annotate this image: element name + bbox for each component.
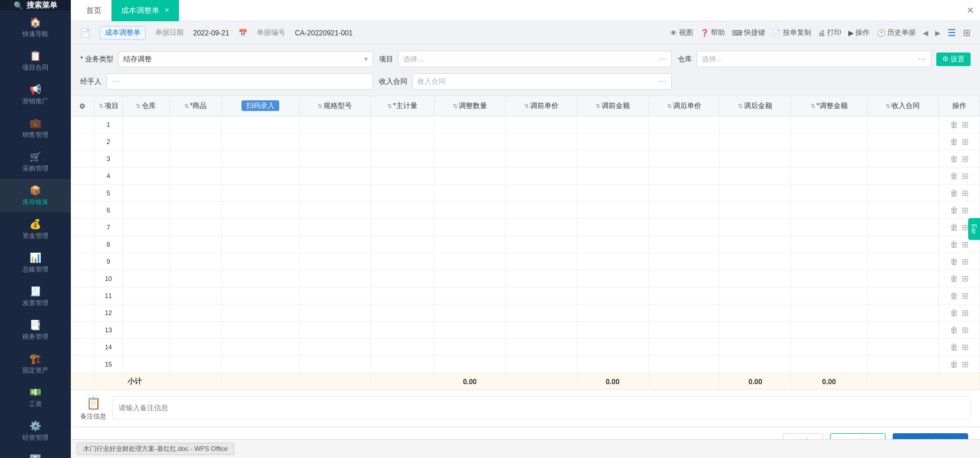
sidebar-item-sales-mgmt[interactable]: 💼 销售管理 [0, 112, 71, 145]
notes-input[interactable] [112, 396, 971, 420]
row-data-cell[interactable] [122, 219, 169, 236]
row-data-cell[interactable] [577, 270, 648, 287]
row-data-cell[interactable] [505, 185, 577, 202]
row-data-cell[interactable] [434, 151, 505, 168]
action-history[interactable]: 🕐 历史单据 [877, 28, 916, 38]
row-data-cell[interactable] [867, 287, 939, 305]
row-data-cell[interactable] [720, 305, 791, 322]
row-data-cell[interactable] [648, 287, 720, 305]
row-data-cell[interactable] [434, 339, 505, 356]
row-data-cell[interactable] [434, 236, 505, 253]
row-data-cell[interactable] [867, 322, 939, 339]
warehouse-input[interactable]: 选择... ··· [697, 51, 932, 67]
row-data-cell[interactable] [577, 339, 648, 356]
delete-icon[interactable]: 🗑 [950, 308, 958, 318]
row-data-cell[interactable] [221, 236, 299, 253]
row-data-cell[interactable] [867, 151, 939, 168]
row-data-cell[interactable] [577, 185, 648, 202]
row-data-cell[interactable] [648, 305, 720, 322]
row-data-cell[interactable] [577, 287, 648, 305]
row-data-cell[interactable] [169, 168, 221, 185]
delete-icon[interactable]: 🗑 [950, 291, 958, 300]
action-view[interactable]: 👁 视图 [670, 28, 693, 38]
delete-icon[interactable]: 🗑 [950, 120, 958, 129]
copy-icon[interactable]: ⊞ [962, 325, 969, 335]
biz-type-input[interactable]: 结存调整 ▾ [118, 51, 373, 67]
row-data-cell[interactable] [505, 356, 577, 373]
row-data-cell[interactable] [505, 305, 577, 322]
row-data-cell[interactable] [648, 356, 720, 373]
row-data-cell[interactable] [299, 236, 370, 253]
row-data-cell[interactable] [299, 287, 370, 305]
sidebar-item-fund-mgmt[interactable]: 💰 资金管理 [0, 212, 71, 246]
row-data-cell[interactable] [169, 116, 221, 133]
row-data-cell[interactable] [122, 202, 169, 219]
tab-cost-adjust[interactable]: 成本调整单 ✕ [112, 0, 179, 21]
row-data-cell[interactable] [867, 253, 939, 270]
row-action-cell[interactable]: 🗑⊞ [939, 116, 980, 133]
row-data-cell[interactable] [791, 168, 867, 185]
row-data-cell[interactable] [434, 305, 505, 322]
action-shortcut[interactable]: ⌨ 快捷键 [732, 28, 765, 38]
copy-icon[interactable]: ⊞ [962, 223, 969, 232]
row-data-cell[interactable] [221, 116, 299, 133]
row-data-cell[interactable] [122, 185, 169, 202]
nav-prev-icon[interactable]: ◀ [923, 29, 928, 37]
row-data-cell[interactable] [370, 185, 434, 202]
row-data-cell[interactable] [867, 236, 939, 253]
project-input[interactable]: 选择... ··· [398, 51, 672, 67]
sidebar-item-ledger-mgmt[interactable]: 📊 总账管理 [0, 246, 71, 280]
row-data-cell[interactable] [505, 116, 577, 133]
row-data-cell[interactable] [122, 270, 169, 287]
row-data-cell[interactable] [221, 151, 299, 168]
income-contract-input[interactable]: 收入合同 ··· [412, 73, 672, 90]
row-data-cell[interactable] [577, 133, 648, 151]
row-data-cell[interactable] [867, 219, 939, 236]
row-data-cell[interactable] [648, 151, 720, 168]
row-data-cell[interactable] [299, 185, 370, 202]
copy-icon[interactable]: ⊞ [962, 137, 969, 146]
delete-icon[interactable]: 🗑 [950, 223, 958, 232]
action-copy-doc[interactable]: 📄 按单复制 [772, 28, 811, 38]
row-action-cell[interactable]: 🗑⊞ [939, 168, 980, 185]
row-data-cell[interactable] [505, 322, 577, 339]
calendar-icon[interactable]: 📅 [239, 29, 247, 37]
row-data-cell[interactable] [648, 322, 720, 339]
row-data-cell[interactable] [720, 339, 791, 356]
sidebar-item-basic-info[interactable]: ℹ️ 基础信息 [0, 448, 71, 458]
row-data-cell[interactable] [867, 305, 939, 322]
row-data-cell[interactable] [720, 236, 791, 253]
row-data-cell[interactable] [299, 305, 370, 322]
copy-icon[interactable]: ⊞ [962, 257, 969, 266]
row-data-cell[interactable] [169, 253, 221, 270]
row-data-cell[interactable] [791, 305, 867, 322]
row-data-cell[interactable] [791, 356, 867, 373]
row-data-cell[interactable] [867, 339, 939, 356]
delete-icon[interactable]: 🗑 [950, 342, 958, 352]
row-data-cell[interactable] [720, 219, 791, 236]
row-data-cell[interactable] [122, 305, 169, 322]
row-data-cell[interactable] [370, 202, 434, 219]
copy-icon[interactable]: ⊞ [962, 154, 969, 163]
copy-icon[interactable]: ⊞ [962, 205, 969, 215]
row-data-cell[interactable] [505, 253, 577, 270]
row-data-cell[interactable] [648, 339, 720, 356]
row-data-cell[interactable] [577, 202, 648, 219]
row-data-cell[interactable] [221, 185, 299, 202]
row-data-cell[interactable] [720, 185, 791, 202]
row-data-cell[interactable] [122, 151, 169, 168]
row-data-cell[interactable] [169, 339, 221, 356]
row-data-cell[interactable] [505, 219, 577, 236]
row-data-cell[interactable] [299, 270, 370, 287]
row-data-cell[interactable] [577, 356, 648, 373]
sidebar-item-project-contract[interactable]: 📋 项目合同 [0, 44, 71, 78]
sidebar-item-purchase-mgmt[interactable]: 🛒 采购管理 [0, 145, 71, 179]
row-data-cell[interactable] [720, 133, 791, 151]
row-data-cell[interactable] [434, 219, 505, 236]
row-data-cell[interactable] [648, 219, 720, 236]
row-data-cell[interactable] [791, 116, 867, 133]
row-data-cell[interactable] [122, 322, 169, 339]
copy-icon[interactable]: ⊞ [962, 240, 969, 249]
row-data-cell[interactable] [648, 270, 720, 287]
row-data-cell[interactable] [867, 116, 939, 133]
